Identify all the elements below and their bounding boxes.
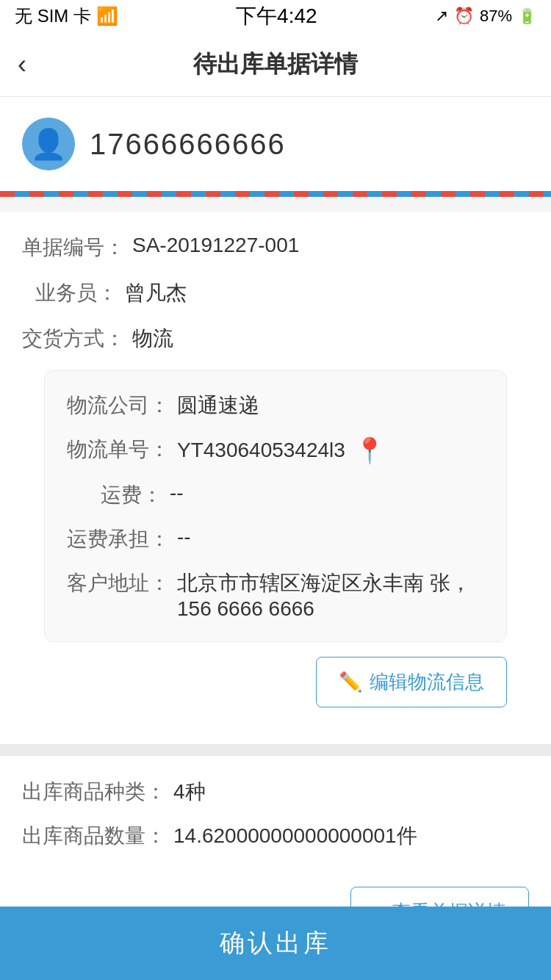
nav-bar: ‹ 待出库单据详情 [0,32,551,97]
logistics-tracking-row: 物流单号： YT43064053424l3 📍 [67,436,484,465]
avatar-icon: 👤 [30,127,67,162]
edit-logistics-container: ✏️ 编辑物流信息 [22,642,529,722]
logistics-tracking-value: YT43064053424l3 📍 [177,436,484,465]
delivery-value: 物流 [132,325,529,353]
alarm-icon: ⏰ [454,7,474,26]
logistics-address-row: 客户地址： 北京市市辖区海淀区永丰南 张，156 6666 6666 [67,569,484,621]
logistics-company-row: 物流公司： 圆通速递 [67,392,484,419]
salesman-label: 业务员： [22,279,118,307]
status-bar-time: 下午4:42 [236,2,317,30]
edit-icon: ✏️ [339,671,362,693]
goods-quantity-value: 14.62000000000000001件 [173,822,417,850]
location-icon[interactable]: 📍 [354,436,385,465]
salesman-row: 业务员： 曾凡杰 [22,279,529,307]
status-bar-left: 无 SIM 卡 📶 [15,4,118,28]
edit-logistics-button[interactable]: ✏️ 编辑物流信息 [316,657,507,707]
logistics-freight-row: 运费： -- [67,481,484,509]
user-phone: 17666666666 [90,128,286,161]
goods-quantity-row: 出库商品数量： 14.62000000000000001件 [22,822,529,850]
delivery-label: 交货方式： [22,325,125,353]
delivery-row: 交货方式： 物流 [22,325,529,353]
status-bar: 无 SIM 卡 📶 下午4:42 ↗ ⏰ 87% 🔋 [0,0,551,32]
sim-indicator: 无 SIM 卡 📶 [15,4,118,28]
goods-types-row: 出库商品种类： 4种 [22,778,529,806]
confirm-btn-container: 确认出库 [0,907,551,980]
order-number-value: SA-20191227-001 [132,234,529,257]
back-button[interactable]: ‹ [18,49,26,80]
goods-types-value: 4种 [173,778,206,806]
battery-label: 87% [480,7,512,26]
logistics-freight-bear-value: -- [177,525,484,549]
salesman-value: 曾凡杰 [125,279,529,307]
logistics-company-value: 圆通速递 [177,392,484,419]
goods-types-label: 出库商品种类： [22,778,166,806]
logistics-freight-label: 运费： [67,481,162,509]
goods-quantity-label: 出库商品数量： [22,822,166,850]
order-info-section: 单据编号： SA-20191227-001 业务员： 曾凡杰 交货方式： 物流 … [0,212,551,744]
logistics-freight-bear-label: 运费承担： [67,525,170,553]
user-header: 👤 17666666666 [0,97,551,191]
battery-icon: 🔋 [518,7,536,25]
logistics-company-label: 物流公司： [67,392,170,419]
logistics-tracking-label: 物流单号： [67,436,170,464]
tracking-number: YT43064053424l3 [177,439,345,462]
logistics-address-value: 北京市市辖区海淀区永丰南 张，156 6666 6666 [177,569,484,621]
avatar: 👤 [22,118,75,170]
order-number-label: 单据编号： [22,234,125,262]
goods-section: 出库商品种类： 4种 出库商品数量： 14.62000000000000001件 [0,756,551,872]
location-icon: ↗ [435,7,448,26]
order-number-row: 单据编号： SA-20191227-001 [22,234,529,262]
logistics-freight-value: -- [170,481,484,505]
section-divider [0,744,551,756]
logistics-freight-bear-row: 运费承担： -- [67,525,484,553]
logistics-card: 物流公司： 圆通速递 物流单号： YT43064053424l3 📍 运费： -… [44,370,507,642]
dashed-divider [0,191,551,197]
page-title: 待出库单据详情 [193,48,358,81]
confirm-outbound-button[interactable]: 确认出库 [0,907,551,980]
status-bar-right: ↗ ⏰ 87% 🔋 [435,7,536,26]
logistics-address-label: 客户地址： [67,569,170,597]
edit-logistics-label: 编辑物流信息 [370,669,484,695]
